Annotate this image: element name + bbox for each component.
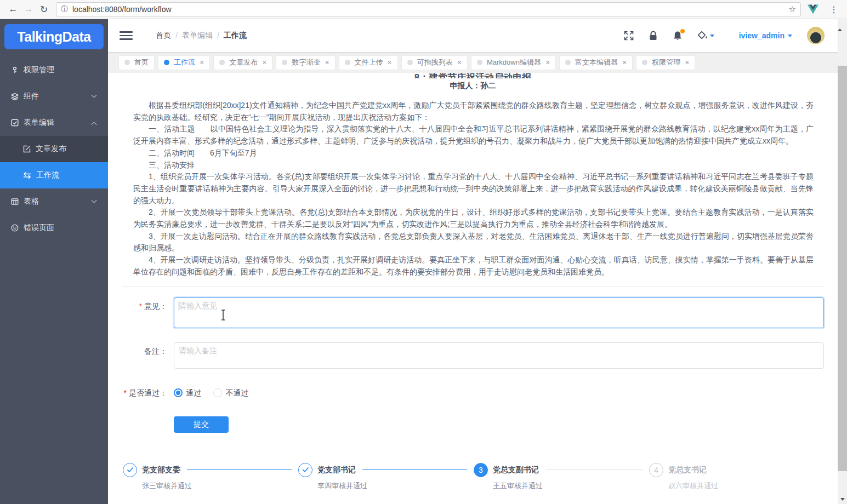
- vue-devtools-icon[interactable]: [808, 4, 818, 14]
- scrollbar-thumb[interactable]: [838, 66, 847, 471]
- reload-icon[interactable]: ↻: [36, 4, 52, 15]
- sidebar-item-label: 表格: [24, 197, 39, 207]
- note-row: 备注：: [108, 342, 838, 369]
- tab-home[interactable]: 首页: [118, 55, 155, 70]
- close-icon[interactable]: ×: [388, 59, 392, 66]
- theme-switch-icon[interactable]: [697, 31, 714, 41]
- radio-fail[interactable]: [213, 388, 222, 397]
- info-icon[interactable]: ⓘ: [61, 4, 68, 14]
- sidebar-item-table[interactable]: 表格: [0, 188, 108, 215]
- page-tabs: 首页 工作流 × 文章发布 × 数字渐变 × 文件上传 ×: [108, 52, 838, 73]
- url-bar[interactable]: ⓘ localhost:8080/form/workflow ☆: [56, 2, 801, 16]
- workflow-page: 8：建党节庆祝活动启动申报 申报人：孙二 根据县委组织部(组织[20xx]21)…: [108, 73, 838, 504]
- sidebar-menu: 权限管理 组件 表单编辑 文章发布: [0, 57, 108, 241]
- forward-icon[interactable]: →: [21, 4, 36, 15]
- step-check-icon: [123, 463, 137, 477]
- tab-label: 首页: [134, 58, 149, 67]
- submit-button[interactable]: 提交: [174, 416, 229, 433]
- bookmark-star-icon[interactable]: ☆: [789, 4, 796, 14]
- tab-richtext-editor[interactable]: 富文本编辑器 ×: [559, 55, 633, 70]
- sidebar-item-permission[interactable]: 权限管理: [0, 57, 108, 83]
- close-icon[interactable]: ×: [545, 59, 550, 66]
- close-icon[interactable]: ×: [457, 59, 462, 66]
- step-number: 4: [649, 463, 663, 477]
- caret-down-icon: [710, 35, 714, 37]
- tab-dot-icon: [642, 60, 647, 65]
- tab-workflow[interactable]: 工作流 ×: [158, 55, 210, 70]
- sidebar-item-label: 错误页面: [24, 223, 54, 233]
- step-branch-committee: 党支部支委 张三审核并通过: [123, 463, 298, 491]
- fullscreen-icon[interactable]: [624, 31, 634, 41]
- edit-icon: [23, 145, 31, 153]
- page-scrollbar[interactable]: [838, 19, 847, 504]
- opinion-label: *意见：: [122, 297, 174, 315]
- key-icon: [11, 66, 19, 74]
- tab-permission[interactable]: 权限管理 ×: [636, 55, 695, 70]
- sidebar-item-label: 工作流: [36, 170, 59, 180]
- tab-markdown-editor[interactable]: Markdown编辑器 ×: [471, 55, 556, 70]
- breadcrumb-home[interactable]: 首页: [156, 31, 171, 41]
- error-page-icon: [11, 224, 19, 232]
- scroll-up-icon[interactable]: [838, 19, 842, 31]
- close-icon[interactable]: ×: [262, 59, 266, 66]
- tab-number-gradient[interactable]: 数字渐变 ×: [276, 55, 335, 70]
- step-title: 党支部书记: [317, 465, 356, 475]
- radio-pass[interactable]: [174, 388, 183, 397]
- sidebar: TalkingData 权限管理 组件 表单编辑: [0, 19, 108, 504]
- paragraph: 一、活动主题 以中国特色社会主义理论为指导，深入贯彻落实党的十八大、十八届四中全…: [133, 123, 814, 147]
- sidebar-item-form-edit[interactable]: 表单编辑: [0, 110, 108, 136]
- browser-menu-icon[interactable]: ⋮: [826, 4, 842, 15]
- back-icon[interactable]: ←: [5, 4, 21, 15]
- avatar[interactable]: [807, 27, 825, 44]
- sidebar-toggle-icon[interactable]: [120, 29, 133, 42]
- required-mark: *: [139, 302, 142, 311]
- user-menu[interactable]: iview_admin: [739, 31, 792, 40]
- breadcrumb: 首页 / 表单编辑 / 工作流: [156, 31, 247, 41]
- logo[interactable]: TalkingData: [4, 24, 104, 49]
- scroll-down-icon[interactable]: [840, 498, 845, 501]
- opinion-textarea[interactable]: [174, 297, 824, 328]
- sidebar-subitem-workflow[interactable]: 工作流: [0, 162, 108, 188]
- breadcrumb-separator: /: [217, 31, 219, 40]
- sidebar-item-components[interactable]: 组件: [0, 83, 108, 110]
- sidebar-subitem-article-publish[interactable]: 文章发布: [0, 136, 108, 162]
- step-content: 张三审核并通过: [142, 481, 298, 491]
- breadcrumb-separator: /: [175, 31, 178, 40]
- sidebar-item-label: 组件: [24, 91, 39, 101]
- close-icon[interactable]: ×: [200, 59, 204, 66]
- step-general-secretary: 4 党总支书记 赵六审核并通过: [649, 463, 718, 491]
- chevron-down-icon: [92, 197, 97, 203]
- tab-label: 富文本编辑器: [575, 58, 618, 67]
- close-icon[interactable]: ×: [325, 59, 329, 66]
- tab-label: 权限管理: [652, 58, 680, 67]
- sidebar-item-label: 表单编辑: [24, 118, 54, 128]
- url-text[interactable]: localhost:8080/form/workflow: [72, 5, 789, 14]
- tab-dot-icon: [565, 60, 571, 65]
- tab-draggable-list[interactable]: 可拖拽列表 ×: [401, 55, 468, 70]
- divider: [122, 286, 824, 287]
- app-header: 首页 / 表单编辑 / 工作流: [108, 19, 838, 52]
- lock-icon[interactable]: [649, 31, 658, 41]
- step-check-icon: [298, 463, 312, 477]
- tab-file-upload[interactable]: 文件上传 ×: [339, 55, 398, 70]
- logo-text: TalkingData: [17, 29, 90, 45]
- breadcrumb-form-edit[interactable]: 表单编辑: [182, 31, 213, 41]
- radio-pass-label[interactable]: 通过: [186, 388, 201, 397]
- step-number: 3: [474, 463, 488, 477]
- note-textarea[interactable]: [174, 342, 824, 369]
- close-icon[interactable]: ×: [622, 59, 627, 66]
- radio-fail-label[interactable]: 不通过: [225, 388, 248, 397]
- step-connector: [545, 469, 643, 470]
- tab-dot-icon: [282, 60, 287, 65]
- applicant: 申报人：孙二: [108, 81, 838, 91]
- step-content: 赵六审核并通过: [668, 481, 718, 491]
- step-deputy-secretary: 3 党总支副书记 王五审核并通过: [474, 463, 649, 491]
- username: iview_admin: [739, 31, 785, 40]
- tab-article-publish[interactable]: 文章发布 ×: [213, 55, 272, 70]
- notification-bell-icon[interactable]: [673, 31, 683, 41]
- caret-down-icon: [788, 35, 792, 37]
- close-icon[interactable]: ×: [685, 59, 689, 66]
- tab-dot-icon: [219, 60, 225, 65]
- breadcrumb-workflow: 工作流: [224, 31, 247, 41]
- sidebar-item-error-page[interactable]: 错误页面: [0, 215, 108, 241]
